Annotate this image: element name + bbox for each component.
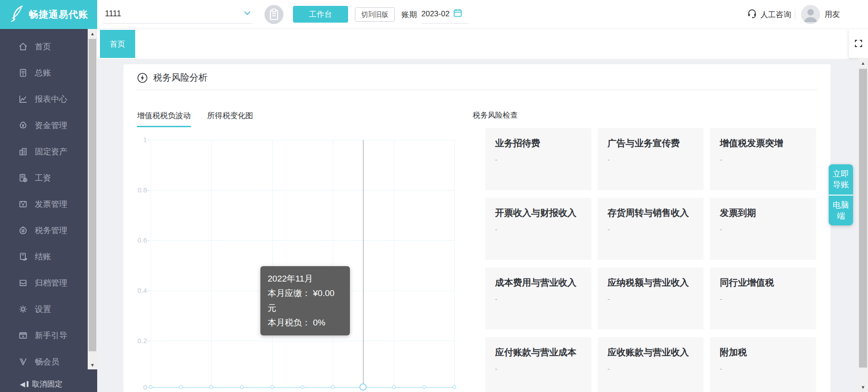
sidebar-item-fixed-assets[interactable]: 固定资产 — [0, 139, 88, 165]
pc-client-button[interactable]: 电脑 端 — [829, 195, 853, 226]
risk-card-industry-vat[interactable]: 同行业增值税 - — [710, 268, 816, 330]
expand-icon — [854, 39, 863, 48]
gridline — [211, 140, 212, 387]
data-point-highlighted[interactable] — [359, 383, 367, 391]
ledger-icon — [18, 68, 28, 78]
risk-card-title: 应付账款与营业成本 — [495, 346, 581, 359]
risk-card-value: - — [608, 365, 694, 373]
risk-card-value: - — [720, 365, 806, 373]
data-point[interactable] — [301, 385, 304, 389]
sidebar-item-funds[interactable]: 资金管理 — [0, 112, 88, 139]
data-point[interactable] — [331, 385, 335, 389]
scroll-down-icon[interactable]: ▼ — [858, 382, 868, 392]
sidebar-item-tax[interactable]: 税务管理 — [0, 217, 88, 244]
support-label: 人工咨询 — [760, 10, 791, 20]
chevron-down-icon — [242, 8, 252, 20]
data-point[interactable] — [240, 385, 244, 389]
import-accounts-line2: 导账 — [829, 179, 853, 190]
collapse-bar-icon — [27, 381, 28, 387]
workbench-button[interactable]: 工作台 — [293, 6, 348, 23]
sidebar-item-label: 设置 — [35, 304, 51, 315]
import-accounts-button[interactable]: 立即 导账 — [829, 164, 853, 195]
risk-card-invoiced-vs-reported-income[interactable]: 开票收入与财报收入 - — [485, 198, 591, 260]
tab-vat-fluctuation[interactable]: 增值税税负波动 — [137, 110, 191, 127]
risk-card-advertising[interactable]: 广告与业务宣传费 - — [598, 128, 704, 190]
main-scroll-thumb[interactable] — [859, 69, 867, 368]
tab-income-tax-chart[interactable]: 所得税变化图 — [207, 110, 253, 127]
data-point[interactable] — [392, 385, 396, 389]
sidebar-scroll-thumb[interactable] — [89, 39, 96, 351]
scroll-down-icon[interactable]: ▼ — [88, 360, 97, 369]
risk-card-surtax[interactable]: 附加税 - — [710, 337, 816, 392]
risk-card-invoice-due[interactable]: 发票到期 - — [710, 198, 816, 260]
sidebar-item-invoice[interactable]: 发票管理 — [0, 191, 88, 217]
risk-card-business-entertainment[interactable]: 业务招待费 - — [485, 128, 591, 190]
y-tick-label: 0.2 — [135, 337, 147, 344]
risk-card-inventory-turnover[interactable]: 存货周转与销售收入 - — [598, 198, 704, 260]
sidebar-item-salary[interactable]: 工资 — [0, 165, 88, 191]
y-tick-label: 0 — [135, 383, 147, 391]
guide-icon — [18, 330, 28, 340]
app-logo: 畅捷通易代账 — [0, 0, 97, 29]
sidebar-item-member[interactable]: 畅会员 — [0, 349, 88, 375]
gridline — [151, 140, 454, 140]
section-title: 税务风险分析 — [153, 72, 208, 84]
risk-card-receivables-vs-revenue[interactable]: 应收账款与营业收入 - — [598, 337, 704, 392]
scroll-up-icon[interactable]: ▲ — [858, 58, 868, 68]
tab-home[interactable]: 首页 — [100, 30, 135, 58]
sidebar-item-label: 畅会员 — [35, 356, 59, 367]
sidebar-scrollbar[interactable]: ▲ ▼ — [88, 29, 97, 369]
sidebar-item-closing[interactable]: 结账 — [0, 244, 88, 270]
risk-card-value: - — [495, 156, 581, 163]
sidebar-item-guide[interactable]: 新手引导 — [0, 322, 88, 349]
crosshair-line — [363, 140, 363, 387]
unpin-sidebar-button[interactable]: ◀ 取消固定 — [20, 379, 63, 389]
y-tick — [147, 190, 150, 191]
period-picker[interactable]: 2023-02 — [421, 5, 468, 24]
data-point[interactable] — [149, 385, 152, 389]
data-point[interactable] — [453, 385, 456, 389]
risk-card-title: 成本费用与营业收入 — [495, 277, 581, 289]
clipboard-icon[interactable] — [264, 5, 284, 26]
data-point[interactable] — [209, 385, 213, 389]
data-point[interactable] — [179, 385, 183, 389]
account-select[interactable]: 1111 — [103, 5, 252, 24]
risk-card-cost-vs-revenue[interactable]: 成本费用与营业收入 - — [485, 268, 591, 330]
risk-card-value: - — [608, 156, 694, 163]
sidebar-item-settings[interactable]: 设置 — [0, 296, 88, 322]
headset-icon — [747, 8, 757, 21]
unpin-label: 取消固定 — [32, 379, 63, 389]
sidebar-item-label: 新手引导 — [35, 330, 67, 341]
vat-line-chart[interactable]: 1 0.8 0.6 0.4 0.2 0 — [135, 130, 470, 392]
sidebar-item-home[interactable]: 首页 — [0, 33, 88, 60]
risk-card-title: 开票收入与财报收入 — [495, 207, 581, 219]
sidebar-item-label: 税务管理 — [35, 225, 67, 236]
y-tick — [147, 240, 150, 241]
data-point[interactable] — [422, 385, 426, 389]
sidebar-item-archive[interactable]: 归档管理 — [0, 270, 88, 296]
report-center-icon — [18, 94, 28, 104]
risk-card-tax-payable-vs-revenue[interactable]: 应纳税额与营业收入 - — [598, 268, 704, 330]
user-avatar[interactable] — [801, 5, 820, 24]
main-scrollbar[interactable]: ▲ ▼ — [858, 58, 868, 392]
risk-card-vat-invoice-surge[interactable]: 增值税发票突增 - — [710, 128, 816, 190]
archive-icon — [18, 278, 28, 288]
risk-card-title: 发票到期 — [720, 207, 806, 219]
support-link[interactable]: 人工咨询 — [747, 8, 791, 21]
page-tab-bar: 首页 — [97, 29, 849, 59]
risk-card-title: 广告与业务宣传费 — [608, 137, 694, 149]
scroll-up-icon[interactable]: ▲ — [88, 29, 97, 38]
risk-card-payables-vs-cost[interactable]: 应付账款与营业成本 - — [485, 337, 591, 392]
switch-old-version-button[interactable]: 切到旧版 — [355, 7, 395, 22]
sidebar-item-general-ledger[interactable]: 总账 — [0, 60, 88, 86]
import-accounts-line1: 立即 — [829, 168, 853, 179]
user-name[interactable]: 用友 — [825, 9, 840, 19]
fullscreen-button[interactable] — [849, 29, 868, 58]
data-point[interactable] — [270, 385, 274, 389]
member-icon — [18, 357, 28, 367]
calendar-icon — [453, 8, 462, 19]
y-tick — [147, 140, 150, 140]
y-tick-label: 0.8 — [135, 186, 147, 194]
sidebar-item-label: 工资 — [35, 172, 51, 183]
sidebar-item-report-center[interactable]: 报表中心 — [0, 86, 88, 112]
